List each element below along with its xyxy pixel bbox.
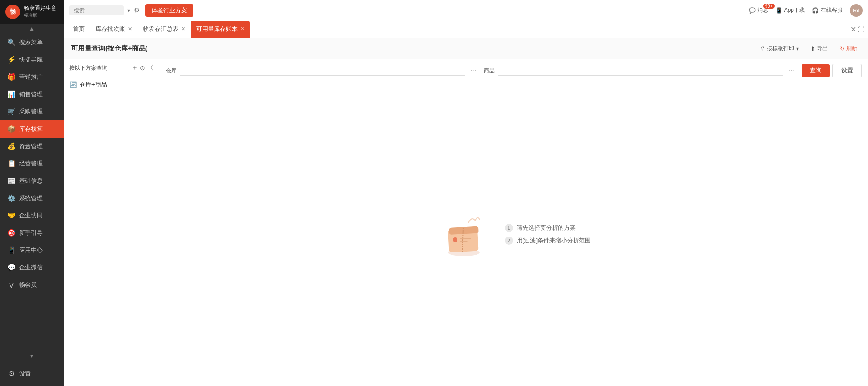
sidebar-scroll-down[interactable]: ▼ [0,351,64,361]
tab-bar-expand-btn[interactable]: ⛶ [858,26,864,33]
topbar-right: 💬 消息 99+ 📱 App下载 🎧 在线客服 Rit [749,4,863,17]
app-icon: 📱 [776,7,782,14]
export-btn[interactable]: ⬆ 导出 [807,43,832,54]
filter-item-icon: 🔄 [69,81,77,88]
sidebar-item-corp[interactable]: 🤝 企业协同 [0,207,64,224]
filter-collapse-btn[interactable]: 《 [147,64,153,72]
page-title: 可用量查询(按仓库+商品) [71,44,148,53]
tab-collection-summary[interactable]: 收发存汇总表✕ [137,21,191,38]
filter-item-label: 仓库+商品 [80,81,107,89]
data-panel: 仓库 ··· 商品 ··· 查询 设置 [159,59,868,386]
quick-nav-icon: ⚡ [7,56,15,64]
sidebar-item-sales[interactable]: 📊 销售管理 [0,86,64,103]
sidebar-item-finance[interactable]: 💰 资金管理 [0,138,64,155]
sidebar-item-inventory[interactable]: 📦 库存核算 [0,120,64,138]
settings-icon: ⚙ [7,370,15,378]
topbar-gear-icon[interactable]: ⚙ [134,6,140,15]
user-avatar[interactable]: Rit [850,4,863,17]
query-btn[interactable]: 查询 [802,64,830,77]
filter-settings-btn[interactable]: ⊙ [140,64,145,72]
sidebar-item-vip[interactable]: V 畅会员 [0,276,64,293]
topbar-msg[interactable]: 💬 消息 99+ [749,6,768,14]
goods-label: 商品 [484,67,495,75]
settings-btn[interactable]: 设置 [832,64,862,77]
sidebar-item-label-inventory: 库存核算 [19,125,43,133]
tab-home[interactable]: 首页 [67,21,90,38]
main-area: ▾ ⚙ 体验行业方案 💬 消息 99+ 📱 App下载 🎧 在线客服 Rit [64,0,868,386]
sidebar-item-apps[interactable]: 📱 应用中心 [0,242,64,259]
goods-more-btn[interactable]: ··· [788,67,794,75]
sidebar-item-label-apps: 应用中心 [19,246,43,254]
tab-label-home: 首页 [73,25,85,33]
query-bar: 仓库 ··· 商品 ··· 查询 设置 [159,59,868,82]
print-dropdown-icon: ▾ [796,46,799,52]
export-icon: ⬆ [811,46,815,52]
sidebar-nav: 🔍 搜索菜单 ⚡ 快捷导航 🎁 营销推广 📊 销售管理 🛒 采购管理 📦 库存核… [0,34,64,351]
sidebar-item-label-base: 基础信息 [19,177,43,185]
tab-label-batch-ledger: 库存批次账 [96,25,125,33]
sidebar-item-base[interactable]: 📰 基础信息 [0,172,64,190]
sidebar-item-newbie[interactable]: 🎯 新手引导 [0,224,64,242]
filter-header: 按以下方案查询 ＋ ⊙ 《 [64,59,159,77]
apps-icon: 📱 [7,246,15,254]
sidebar-item-quick-nav[interactable]: ⚡ 快捷导航 [0,51,64,68]
refresh-btn[interactable]: ↻ 刷新 [836,43,861,54]
purchase-icon: 🛒 [7,108,15,116]
goods-field: 商品 ··· [484,66,795,76]
tab-close-collection-summary[interactable]: ✕ [181,26,185,32]
warehouse-input[interactable] [180,66,465,76]
sidebar-item-search[interactable]: 🔍 搜索菜单 [0,34,64,51]
sidebar-item-label-sales: 销售管理 [19,90,43,98]
print-btn[interactable]: 🖨 按模板打印 ▾ [756,43,802,54]
tab-bar-close-btn[interactable]: ✕ [850,25,856,34]
sidebar-item-system[interactable]: ⚙️ 系统管理 [0,190,64,207]
trial-btn[interactable]: 体验行业方案 [145,4,193,17]
brand-name: 畅康通好生意 [24,5,56,12]
topbar-service[interactable]: 🎧 在线客服 [812,6,843,14]
filter-add-btn[interactable]: ＋ [132,64,138,72]
wechat-icon: 💬 [7,263,15,272]
content-area: 按以下方案查询 ＋ ⊙ 《 🔄 仓库+商品 仓库 ··· [64,59,868,386]
sidebar: 畅 畅康通好生意 标准版 ▲ 🔍 搜索菜单 ⚡ 快捷导航 🎁 营销推广 📊 销售… [0,0,64,386]
topbar-app-download[interactable]: 📱 App下载 [776,6,805,14]
sidebar-item-label-vip: 畅会员 [19,281,37,289]
filter-panel: 按以下方案查询 ＋ ⊙ 《 🔄 仓库+商品 [64,59,159,386]
sidebar-item-settings[interactable]: ⚙ 设置 [0,365,64,382]
sidebar-item-label-newbie: 新手引导 [19,229,43,237]
filter-item-warehouse-goods[interactable]: 🔄 仓库+商品 [64,77,159,93]
newbie-icon: 🎯 [7,229,15,237]
warehouse-more-btn[interactable]: ··· [470,67,476,75]
goods-input[interactable] [498,66,783,76]
query-right-actions: 查询 设置 [802,64,862,77]
inventory-icon: 📦 [7,125,15,133]
refresh-icon: ↻ [840,46,844,52]
sidebar-item-wechat[interactable]: 💬 企业微信 [0,259,64,276]
tab-bar: 首页库存批次账✕收发存汇总表✕可用量库存账本✕✕ ⛶ [64,21,868,38]
tab-label-available-ledger: 可用量库存账本 [196,25,238,33]
sidebar-item-label-finance: 资金管理 [19,142,43,150]
print-icon: 🖨 [760,46,765,52]
filter-header-actions: ＋ ⊙ 《 [132,64,153,72]
empty-state: 1 请先选择要分析的方案 2 用[过滤]条件来缩小分析范围 [159,82,868,386]
sidebar-item-label-marketing: 营销推广 [19,73,43,81]
tab-available-ledger[interactable]: 可用量库存账本✕ [191,21,250,38]
sidebar-item-ops[interactable]: 📋 经营管理 [0,155,64,172]
topbar-dropdown-btn[interactable]: ▾ [127,7,130,14]
tip-1-num: 1 [505,224,513,232]
page-header: 可用量查询(按仓库+商品) 🖨 按模板打印 ▾ ⬆ 导出 ↻ 刷新 [64,38,868,59]
sidebar-item-label-system: 系统管理 [19,194,43,202]
tab-batch-ledger[interactable]: 库存批次账✕ [90,21,137,38]
search-icon: 🔍 [7,38,15,46]
sidebar-scroll-up[interactable]: ▲ [0,24,64,34]
page-actions: 🖨 按模板打印 ▾ ⬆ 导出 ↻ 刷新 [756,43,861,54]
sidebar-header: 畅 畅康通好生意 标准版 [0,0,64,24]
topbar: ▾ ⚙ 体验行业方案 💬 消息 99+ 📱 App下载 🎧 在线客服 Rit [64,0,868,21]
tab-label-collection-summary: 收发存汇总表 [143,25,178,33]
tab-close-batch-ledger[interactable]: ✕ [128,26,132,32]
topbar-search-input[interactable] [69,5,124,15]
tab-close-available-ledger[interactable]: ✕ [240,26,244,32]
sidebar-item-label-quick-nav: 快捷导航 [19,56,43,64]
sidebar-item-marketing[interactable]: 🎁 营销推广 [0,68,64,86]
sidebar-item-purchase[interactable]: 🛒 采购管理 [0,103,64,120]
tip-2-num: 2 [505,237,513,245]
